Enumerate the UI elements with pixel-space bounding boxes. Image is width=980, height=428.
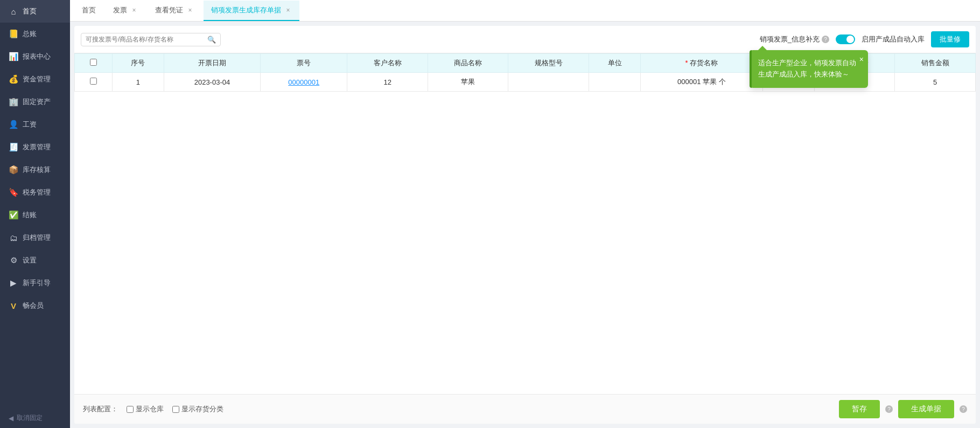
tax-icon: 🔖 [9, 188, 18, 197]
row-spec [508, 73, 589, 92]
vip-icon: V [9, 301, 18, 310]
sidebar-item-ledger[interactable]: 📒 总账 [0, 23, 70, 45]
generate-help-icon[interactable]: ? [960, 405, 967, 413]
sidebar-item-fixed-assets[interactable]: 🏢 固定资产 [0, 91, 70, 113]
invoice-number-link[interactable]: 00000001 [288, 78, 319, 86]
row-customer: 12 [347, 73, 428, 92]
table-wrapper: 序号 开票日期 票号 客户名称 商品名称 规格型号 单位 * 存货名称 数量 销… [74, 53, 976, 394]
row-unit [589, 73, 640, 92]
sidebar-item-vip[interactable]: V 畅会员 [0, 294, 70, 317]
home-icon: ⌂ [9, 7, 18, 16]
pin-icon: ◀ [9, 415, 13, 422]
close-invoice-tab-button[interactable]: × [130, 6, 138, 14]
funds-icon: 💰 [9, 74, 18, 84]
th-date: 开票日期 [164, 54, 260, 73]
row-seq: 1 [112, 73, 164, 92]
th-customer: 客户名称 [347, 54, 428, 73]
sidebar-item-tax[interactable]: 🔖 税务管理 [0, 181, 70, 204]
close-accounts-icon: ✅ [9, 210, 18, 220]
tab-bar: 首页 发票 × 查看凭证 × 销项发票生成库存单据 × [70, 0, 980, 22]
row-amount: 5 [895, 73, 976, 92]
batch-modify-button[interactable]: 批量修 [931, 31, 969, 47]
row-product: 苹果 [428, 73, 508, 92]
th-unit: 单位 [589, 54, 640, 73]
bottom-right-actions: 暂存 ? 生成单据 ? [839, 400, 967, 418]
tab-home[interactable]: 首页 [74, 1, 103, 21]
th-checkbox [75, 54, 113, 73]
pin-toggle[interactable]: ◀ 取消固定 [0, 408, 70, 428]
show-category-checkbox-label[interactable]: 显示存货分类 [172, 404, 223, 414]
list-config-label: 列表配置： [83, 404, 118, 414]
tooltip-close-button[interactable]: × [859, 53, 864, 65]
row-checkbox [75, 73, 113, 92]
show-warehouse-checkbox-label[interactable]: 显示仓库 [127, 404, 164, 414]
show-category-checkbox[interactable] [172, 406, 179, 413]
th-product: 商品名称 [428, 54, 508, 73]
toolbar: 🔍 销项发票_信息补充 ? 启用产成品自动入库 批量修 × 适合生产型企业，销项… [74, 26, 976, 53]
reports-icon: 📊 [9, 52, 18, 61]
sidebar: ⌂ 首页 📒 总账 📊 报表中心 💰 资金管理 🏢 固定资产 👤 工资 🧾 发票… [0, 0, 70, 428]
ledger-icon: 📒 [9, 29, 18, 39]
tooltip-popup: × 适合生产型企业，销项发票自动生成产成品入库，快来体验～ [750, 50, 868, 88]
auto-warehouse-toggle[interactable] [836, 34, 855, 44]
row-select-checkbox[interactable] [90, 78, 97, 85]
tooltip-left-bar [750, 50, 752, 88]
sidebar-item-close[interactable]: ✅ 结账 [0, 204, 70, 226]
tab-view-voucher[interactable]: 查看凭证 × [148, 1, 201, 21]
sidebar-item-settings[interactable]: ⚙ 设置 [0, 249, 70, 272]
fixed-assets-icon: 🏢 [9, 97, 18, 107]
th-inventory: * 存货名称 [641, 54, 763, 73]
sidebar-item-guide[interactable]: ▶ 新手引导 [0, 272, 70, 294]
inventory-icon: 📦 [9, 165, 18, 175]
show-warehouse-checkbox[interactable] [127, 406, 134, 413]
bottom-bar: 列表配置： 显示仓库 显示存货分类 暂存 ? 生成单据 ? [74, 394, 976, 424]
search-icon[interactable]: 🔍 [207, 36, 216, 44]
generate-button[interactable]: 生成单据 [898, 400, 954, 418]
sidebar-item-invoice-mgmt[interactable]: 🧾 发票管理 [0, 136, 70, 158]
archive-icon: 🗂 [9, 233, 18, 243]
main-content: 首页 发票 × 查看凭证 × 销项发票生成库存单据 × 🔍 销项发票_信息补充 [70, 0, 980, 428]
tab-sales[interactable]: 销项发票生成库存单据 × [204, 1, 299, 21]
th-spec: 规格型号 [508, 54, 589, 73]
hr-icon: 👤 [9, 120, 18, 129]
close-sales-tab-button[interactable]: × [284, 6, 292, 14]
sidebar-item-hr[interactable]: 👤 工资 [0, 113, 70, 136]
row-date: 2023-03-04 [164, 73, 260, 92]
sidebar-item-inventory[interactable]: 📦 库存核算 [0, 158, 70, 181]
search-input[interactable] [86, 36, 204, 43]
row-inventory[interactable]: 000001 苹果 个 [641, 73, 763, 92]
tab-invoice[interactable]: 发票 × [106, 1, 145, 21]
invoice-mgmt-icon: 🧾 [9, 142, 18, 152]
close-view-voucher-tab-button[interactable]: × [186, 6, 194, 14]
search-box[interactable]: 🔍 [81, 33, 221, 46]
toolbar-right: 销项发票_信息补充 ? 启用产成品自动入库 批量修 [760, 31, 969, 47]
info-help-icon[interactable]: ? [822, 36, 829, 43]
sidebar-item-archive[interactable]: 🗂 归档管理 [0, 226, 70, 249]
th-seq: 序号 [112, 54, 164, 73]
save-help-icon[interactable]: ? [885, 405, 893, 413]
select-all-checkbox[interactable] [90, 59, 97, 66]
info-label: 销项发票_信息补充 ? [760, 34, 829, 44]
sidebar-item-funds[interactable]: 💰 资金管理 [0, 68, 70, 91]
save-button[interactable]: 暂存 [839, 400, 880, 418]
guide-icon: ▶ [9, 278, 18, 288]
th-number: 票号 [261, 54, 347, 73]
page-content: 🔍 销项发票_信息补充 ? 启用产成品自动入库 批量修 × 适合生产型企业，销项… [74, 26, 976, 424]
row-number[interactable]: 00000001 [261, 73, 347, 92]
sidebar-item-home[interactable]: ⌂ 首页 [0, 0, 70, 23]
toggle-label: 启用产成品自动入库 [862, 34, 925, 44]
sidebar-item-reports[interactable]: 📊 报表中心 [0, 45, 70, 68]
th-amount: 销售金额 [895, 54, 976, 73]
settings-icon: ⚙ [9, 256, 18, 265]
